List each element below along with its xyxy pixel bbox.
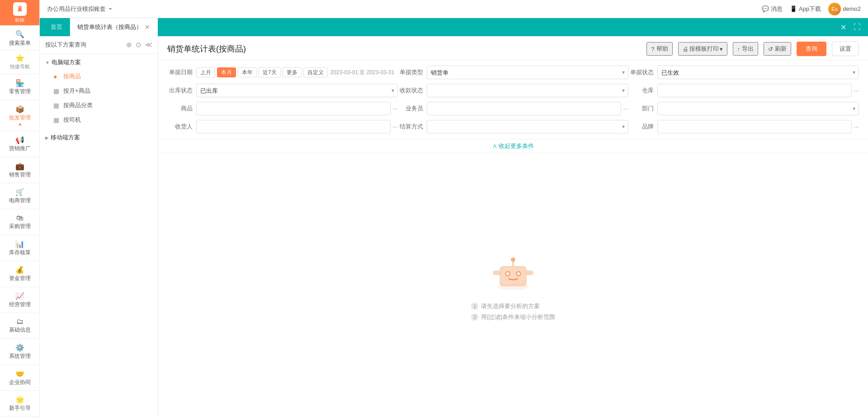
sidebar-item-enterprise[interactable]: 🤝 企业协同 — [0, 365, 39, 391]
receiver-input[interactable] — [196, 120, 391, 133]
sidebar-item-wholesale[interactable]: 📦 批发管理 ▲ — [0, 100, 39, 132]
tab-home-label: 首页 — [51, 23, 62, 31]
sidebar-item-finance[interactable]: 💰 资金管理 — [0, 261, 39, 287]
doc-type-select[interactable]: 销货单 — [427, 66, 628, 79]
scheme-item-by-month-product[interactable]: ▦ 按月+商品 — [40, 84, 158, 98]
filter-field-out-status: 出库状态 已出库 — [167, 84, 398, 97]
warehouse-dots[interactable]: ··· — [854, 87, 859, 94]
filter-field-date: 单据日期 上月 本月 本年 近7天 更多 自定义 2023-03-01 至 20… — [167, 67, 398, 77]
system-icon: ⚙️ — [15, 343, 24, 352]
brand-dots[interactable]: ··· — [854, 123, 859, 130]
date-last-month[interactable]: 上月 — [196, 67, 215, 77]
purchase-icon: 🛍 — [16, 214, 24, 222]
retail-label: 零售管理 — [9, 88, 31, 95]
refresh-button[interactable]: ↺ 刷新 — [764, 42, 791, 56]
sidebar-item-purchase[interactable]: 🛍 采购管理 — [0, 209, 39, 235]
department-select[interactable] — [657, 102, 859, 115]
query-button[interactable]: 查询 — [797, 42, 826, 56]
settings-button[interactable]: 设置 — [832, 42, 859, 56]
filter-field-doc-type: 单据类型 销货单 — [398, 66, 628, 79]
print-button[interactable]: 🖨 按模板打印 ▾ — [678, 42, 727, 56]
salesperson-dots[interactable]: ··· — [623, 105, 628, 112]
by-month-product-icon: ▦ — [53, 87, 61, 95]
salesperson-label: 业务员 — [398, 104, 427, 113]
refresh-icon: ↺ — [768, 46, 773, 52]
user-profile[interactable]: Ea demo2 — [828, 3, 861, 15]
sidebar-item-basic[interactable]: 🗂 基础信息 — [0, 313, 39, 339]
filter-field-settlement: 结算方式 — [398, 120, 628, 133]
add-scheme-icon[interactable]: ⊕ — [126, 41, 132, 49]
scheme-group-desktop[interactable]: ▼ 电脑端方案 — [40, 56, 158, 69]
date-last-7days[interactable]: 近7天 — [259, 67, 281, 77]
receipt-status-label: 收款状态 — [398, 86, 427, 95]
scheme-item-by-category[interactable]: ▦ 按商品分类 — [40, 98, 158, 113]
guide-label: 新手引导 — [9, 405, 31, 412]
warehouse-label: 仓库 — [628, 86, 657, 95]
by-cashier-icon: ▦ — [53, 116, 61, 124]
tabbar-controls: ✕ ⛶ — [839, 21, 864, 33]
filter-row-1: 单据日期 上月 本月 本年 近7天 更多 自定义 2023-03-01 至 20… — [167, 66, 859, 79]
message-button[interactable]: 💬 消息 — [762, 5, 783, 13]
sidebar-item-retail[interactable]: 🏪 零售管理 — [0, 74, 39, 100]
collapse-panel-icon[interactable]: ≪ — [145, 41, 152, 49]
wholesale-label: 批发管理 — [9, 114, 31, 122]
warehouse-input[interactable] — [657, 84, 852, 97]
export-button[interactable]: ↑ 导出 — [733, 42, 759, 56]
filter-field-doc-status: 单据状态 已生效 — [628, 66, 859, 79]
sidebar-item-inventory[interactable]: 📊 库存核算 — [0, 235, 39, 261]
enterprise-label: 企业协同 — [9, 379, 31, 386]
scheme-item-by-cashier[interactable]: ▦ 按司机 — [40, 113, 158, 127]
out-status-label: 出库状态 — [167, 86, 196, 95]
filter-panel-title: 按以下方案查询 — [45, 41, 86, 49]
help-button[interactable]: ? 帮助 — [646, 42, 672, 56]
receipt-status-select[interactable] — [427, 84, 628, 97]
date-group: 上月 本月 本年 近7天 更多 自定义 2023-03-01 至 2023-03… — [196, 67, 398, 77]
filter-field-receiver: 收货人 ··· — [167, 120, 398, 133]
quick-nav-label[interactable]: 快捷导航 — [10, 63, 30, 70]
sidebar-item-ecommerce[interactable]: 🛒 电商管理 — [0, 183, 39, 209]
scheme-item-by-product[interactable]: ● 按商品 — [40, 69, 158, 84]
sidebar-item-operations[interactable]: 📈 经营管理 — [0, 287, 39, 314]
product-dots[interactable]: ··· — [392, 105, 398, 112]
sidebar-item-guide[interactable]: 🌟 新手引导 — [0, 391, 39, 417]
date-this-month[interactable]: 本月 — [217, 67, 236, 77]
print-arrow-icon: ▾ — [720, 46, 723, 52]
query-panel: 销货单统计表(按商品) ? 帮助 🖨 按模板打印 ▾ ↑ 导出 — [158, 36, 868, 418]
scheme-group-mobile[interactable]: ▶ 移动端方案 — [40, 131, 158, 144]
collapse-bar[interactable]: ∧ 收起更多条件 — [158, 139, 868, 153]
print-label: 按模板打印 — [689, 45, 719, 53]
sidebar-item-sales[interactable]: 💼 销售管理 — [0, 157, 39, 184]
tab-expand-button[interactable]: ⛶ — [852, 21, 863, 33]
settlement-label: 结算方式 — [398, 123, 427, 131]
date-custom[interactable]: 自定义 — [303, 67, 328, 77]
app-logo[interactable]: 标账 — [0, 0, 40, 25]
tip-2-text: 用[过滤]条件来缩小分析范围 — [481, 313, 555, 321]
tab-home[interactable]: 首页 — [43, 18, 70, 36]
by-month-product-label: 按月+商品 — [63, 87, 90, 95]
sidebar-item-marketing[interactable]: 📢 营销推广 — [0, 131, 39, 157]
app-download-button[interactable]: 📱 App下载 — [790, 5, 821, 13]
tab-close-icon[interactable]: ✕ — [145, 24, 150, 30]
receiver-dots[interactable]: ··· — [392, 123, 398, 130]
tip-1-text: 请先选择要分析的方案 — [481, 302, 540, 310]
search-icon[interactable]: 🔍 — [15, 30, 24, 38]
date-this-year[interactable]: 本年 — [238, 67, 257, 77]
brand-input[interactable] — [657, 120, 852, 133]
by-product-icon: ● — [53, 73, 61, 80]
tab-close-button[interactable]: ✕ — [839, 21, 848, 33]
product-input[interactable] — [196, 102, 391, 115]
settings-scheme-icon[interactable]: ⊙ — [136, 41, 142, 49]
filter-field-warehouse: 仓库 ··· — [628, 84, 859, 97]
doc-status-select[interactable]: 已生效 — [657, 66, 859, 79]
salesperson-input[interactable] — [427, 102, 621, 115]
out-status-select[interactable]: 已出库 — [196, 84, 398, 97]
settlement-select[interactable] — [427, 120, 628, 133]
tab-sales-stat[interactable]: 销货单统计表（按商品） ✕ — [70, 18, 158, 36]
topbar-actions: 💬 消息 📱 App下载 Ea demo2 — [762, 3, 861, 15]
sidebar-item-system[interactable]: ⚙️ 系统管理 — [0, 339, 39, 365]
industry-selector[interactable]: 办公用品行业模拟账套 — [47, 5, 113, 13]
filter-form: 单据日期 上月 本月 本年 近7天 更多 自定义 2023-03-01 至 20… — [158, 60, 868, 139]
sidebar-search-section: 🔍 搜索菜单 — [0, 25, 39, 50]
search-label[interactable]: 搜索菜单 — [9, 39, 31, 47]
date-more[interactable]: 更多 — [283, 67, 302, 77]
